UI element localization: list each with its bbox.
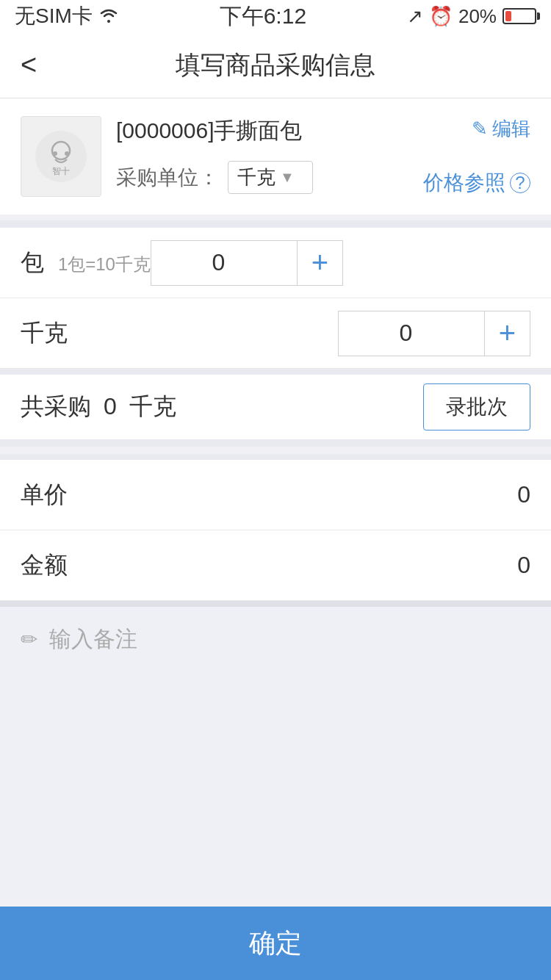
pack-plus-button[interactable]: + bbox=[298, 240, 343, 286]
summary-unit: 千克 bbox=[129, 393, 176, 419]
carrier-label: 无SIM卡 bbox=[15, 2, 93, 30]
kg-quantity-input[interactable] bbox=[338, 311, 485, 356]
unit-value: 千克 bbox=[237, 165, 276, 190]
edit-button[interactable]: ✎ 编辑 bbox=[472, 116, 530, 142]
chevron-down-icon: ▼ bbox=[280, 169, 295, 186]
battery-icon bbox=[503, 8, 536, 24]
unit-price-value: 0 bbox=[517, 481, 530, 508]
info-icon: ? bbox=[510, 173, 530, 193]
amount-value: 0 bbox=[517, 552, 530, 579]
location-icon: ↗ bbox=[407, 5, 423, 28]
amount-row: 金额 0 bbox=[0, 530, 551, 601]
amount-label: 金额 bbox=[21, 550, 68, 582]
svg-point-2 bbox=[65, 151, 69, 156]
purchase-unit-label: 采购单位： bbox=[116, 164, 219, 192]
unit-price-row: 单价 0 bbox=[0, 460, 551, 530]
kg-input-control: + bbox=[338, 311, 530, 356]
svg-text:智十: 智十 bbox=[52, 166, 70, 176]
status-left: 无SIM卡 bbox=[15, 2, 119, 30]
price-section: 单价 0 金额 0 bbox=[0, 454, 551, 601]
status-right: ↗ ⏰ 20% bbox=[407, 5, 536, 28]
status-bar: 无SIM卡 下午6:12 ↗ ⏰ 20% bbox=[0, 0, 551, 32]
price-reference-button[interactable]: 价格参照 ? bbox=[423, 169, 530, 197]
kg-label: 千克 bbox=[21, 317, 338, 350]
remark-placeholder: 输入备注 bbox=[49, 624, 137, 655]
product-logo: 智十 bbox=[35, 131, 87, 182]
product-card: 智十 [0000006]手撕面包 采购单位： 千克 ▼ ✎ 编辑 价格参照 ? bbox=[0, 98, 551, 220]
kg-plus-button[interactable]: + bbox=[485, 311, 530, 356]
pack-input-row: 包 1包=10千克 + bbox=[0, 228, 551, 298]
status-time: 下午6:12 bbox=[220, 1, 306, 32]
nav-bar: < 填写商品采购信息 bbox=[0, 32, 551, 98]
wifi-icon bbox=[98, 5, 119, 28]
price-ref-label: 价格参照 bbox=[423, 169, 505, 197]
pack-sublabel: 1包=10千克 bbox=[58, 254, 151, 274]
pack-quantity-input[interactable] bbox=[151, 240, 298, 286]
unit-price-label: 单价 bbox=[21, 479, 68, 511]
unit-select[interactable]: 千克 ▼ bbox=[228, 161, 313, 194]
summary-label: 共采购 bbox=[21, 393, 91, 419]
section-divider-2 bbox=[0, 439, 551, 447]
pack-input-control: + bbox=[151, 240, 343, 286]
pencil-icon: ✏ bbox=[21, 627, 37, 652]
alarm-icon: ⏰ bbox=[429, 5, 453, 28]
svg-point-0 bbox=[52, 142, 70, 159]
page-title: 填写商品采购信息 bbox=[176, 48, 375, 82]
confirm-button[interactable]: 确定 bbox=[0, 907, 551, 980]
summary-value: 0 bbox=[104, 393, 117, 419]
product-image: 智十 bbox=[21, 116, 101, 197]
kg-input-row: 千克 + bbox=[0, 298, 551, 369]
content-area bbox=[0, 672, 551, 900]
pack-label: 包 bbox=[21, 249, 44, 275]
section-divider-1 bbox=[0, 220, 551, 228]
input-section: 包 1包=10千克 + 千克 + bbox=[0, 228, 551, 369]
battery-percentage: 20% bbox=[458, 5, 497, 28]
summary-row: 共采购 0 千克 录批次 bbox=[0, 369, 551, 439]
edit-icon: ✎ bbox=[472, 118, 488, 140]
summary-text: 共采购 0 千克 bbox=[21, 391, 176, 423]
pack-label-group: 包 1包=10千克 bbox=[21, 247, 151, 279]
svg-point-1 bbox=[53, 151, 57, 156]
product-full-name: [0000006]手撕面包 bbox=[116, 116, 530, 146]
remark-section[interactable]: ✏ 输入备注 bbox=[0, 601, 551, 672]
batch-button[interactable]: 录批次 bbox=[423, 383, 530, 430]
back-button[interactable]: < bbox=[21, 49, 37, 81]
